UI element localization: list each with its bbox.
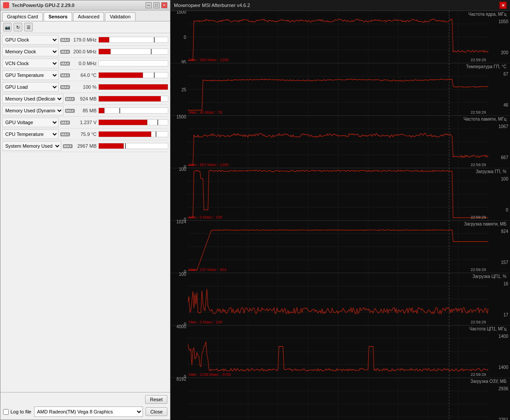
sensor-max-badge: MAX <box>60 38 70 42</box>
menu-icon-btn[interactable]: ☰ <box>24 23 33 31</box>
sensor-bar-fill <box>99 49 111 54</box>
sensor-name-select[interactable]: VCN Clock <box>2 59 59 68</box>
chart-right-labels: 100 0 <box>488 168 510 220</box>
chart-right-labels: 1400 1400 <box>488 326 510 378</box>
chart-r-bot: 1400 <box>499 365 508 370</box>
sensor-bar-container <box>98 84 168 90</box>
chart-r-top: 1400 <box>499 333 508 338</box>
chart-r-top: 1067 <box>499 124 508 128</box>
chart-label-top: Загрузка ЦП1, % <box>472 274 507 279</box>
sensor-name-select[interactable]: GPU Temperature <box>2 70 59 80</box>
chart-label-top: Частота ЦП1, МГц <box>469 326 507 331</box>
chart-section-gpu-load: 100 0 100 0 Загрузка ГП, % 22:59:29 Мин … <box>170 168 510 221</box>
sensor-bar-container <box>98 72 168 78</box>
sensor-name-select[interactable]: GPU Load <box>2 82 59 92</box>
gpuz-window-controls: ─ □ ✕ <box>146 2 167 8</box>
sensor-value-text: 64.0 °C <box>70 73 98 78</box>
reset-button[interactable]: Reset <box>145 395 167 404</box>
chart-section-cpu-load: 100 0 16 17 Загрузка ЦП1, % 22:59:29 Мин… <box>170 273 510 326</box>
chart-right-labels: 16 17 <box>488 273 510 325</box>
sensor-name-select[interactable]: GPU Clock <box>2 35 59 45</box>
sensor-bar-container <box>98 143 168 149</box>
gpuz-title-text: TechPowerUp GPU-Z 2.29.0 <box>12 3 74 8</box>
chart-r-bot: 667 <box>501 155 508 160</box>
chart-svg <box>188 273 488 325</box>
gpuz-tab-bar: Graphics Card Sensors Advanced Validatio… <box>0 10 170 21</box>
sensor-row: Memory Used (Dynamic)MAX85 MB <box>2 105 168 117</box>
afterburner-window: Мониторинг MSI Afterburner v4.6.2 ✕ 1500… <box>170 0 510 420</box>
sensor-row: System Memory UsedMAX2967 MB <box>2 140 168 152</box>
sensor-row: VCN ClockMAX0.0 MHz <box>2 58 168 69</box>
ab-close-button[interactable]: ✕ <box>500 2 507 9</box>
chart-r-bot: 200 <box>501 50 508 55</box>
gpuz-toolbar: 📷 ↻ ☰ <box>0 21 170 33</box>
maximize-button[interactable]: □ <box>153 2 160 8</box>
sensor-row: GPU TemperatureMAX64.0 °C <box>2 69 168 81</box>
sensor-row: GPU LoadMAX100 % <box>2 81 168 93</box>
chart-label-top: Загрузка ОЗУ, МБ <box>471 379 507 384</box>
minimize-button[interactable]: ─ <box>146 2 152 8</box>
gpu-select-dropdown[interactable]: AMD Radeon(TM) Vega 8 Graphics <box>34 406 143 417</box>
tab-graphics-card[interactable]: Graphics Card <box>2 12 43 21</box>
sensor-name-cell: GPU LoadMAX <box>2 82 70 92</box>
tab-sensors[interactable]: Sensors <box>44 12 72 21</box>
chart-time-label: 22:59:29 <box>471 320 486 324</box>
close-btn[interactable]: Close <box>146 407 167 416</box>
ab-titlebar: Мониторинг MSI Afterburner v4.6.2 ✕ <box>170 0 510 11</box>
chart-label-top: Температура ГП, °С <box>466 64 507 69</box>
sensor-name-select[interactable]: System Memory Used <box>2 141 61 151</box>
gpuz-footer: Reset Log to file AMD Radeon(TM) Vega 8 … <box>0 392 170 420</box>
sensor-value-text: 924 MB <box>70 96 98 101</box>
chart-y-labels: 100 0 <box>170 273 188 325</box>
log-to-file-checkbox[interactable] <box>3 409 9 415</box>
chart-r-top: 924 <box>501 229 508 233</box>
sensor-max-badge: MAX <box>60 73 70 77</box>
sensor-bar-fill <box>99 143 124 149</box>
sensor-name-cell: Memory Used (Dedicated)MAX <box>2 94 70 104</box>
sensor-bar-tick <box>151 49 152 54</box>
chart-y-mid: 25 <box>181 87 186 92</box>
sensor-name-select[interactable]: Memory Used (Dedicated) <box>2 94 63 104</box>
chart-section-cpu-freq: 4000 0 1400 1400 Частота ЦП1, МГц 22:59:… <box>170 326 510 378</box>
sensor-bar-container <box>98 49 168 55</box>
sensor-name-cell: CPU TemperatureMAX <box>2 129 70 139</box>
chart-y-top: 100 <box>179 272 186 277</box>
sensor-name-cell: GPU TemperatureMAX <box>2 70 70 80</box>
sensor-bar-tick <box>119 108 120 113</box>
chart-min-max: Мин : 137 Макс : 924 <box>189 267 226 272</box>
sensor-name-select[interactable]: CPU Temperature <box>2 129 59 139</box>
sensor-bar-tick <box>125 143 126 149</box>
chart-r-bot: 17 <box>503 312 508 317</box>
sensor-bar-fill <box>99 108 104 113</box>
footer-reset-row: Reset <box>3 395 167 404</box>
sensor-name-select[interactable]: Memory Used (Dynamic) <box>2 106 63 115</box>
chart-y-labels: 25 <box>170 63 188 115</box>
sensor-bar-container <box>98 37 168 43</box>
sensor-name-cell: Memory Used (Dynamic)MAX <box>2 106 70 115</box>
sensor-value-text: 1.237 V <box>70 120 98 125</box>
tab-validation[interactable]: Validation <box>105 12 135 21</box>
sensor-row: CPU TemperatureMAX75.9 °C <box>2 128 168 140</box>
sensor-name-select[interactable]: Memory Clock <box>2 47 59 56</box>
sensor-bar-fill <box>99 73 143 78</box>
sensor-bar-fill <box>99 37 109 42</box>
sensor-bar-container <box>98 119 168 125</box>
refresh-icon-btn[interactable]: ↻ <box>14 23 22 31</box>
close-button[interactable]: ✕ <box>161 2 167 8</box>
chart-min-max: Мин : 0 Макс : 100 <box>189 320 222 324</box>
sensor-bar-tick <box>157 120 158 125</box>
sensor-row: Memory Used (Dedicated)MAX924 MB <box>2 93 168 105</box>
chart-label-top: Загрузка ГП, % <box>476 169 507 174</box>
tab-advanced[interactable]: Advanced <box>73 12 104 21</box>
ab-title-text: Мониторинг MSI Afterburner v4.6.2 <box>174 3 250 8</box>
sensor-max-badge: MAX <box>60 85 70 89</box>
sensor-value-text: 100 % <box>70 84 98 90</box>
gpuz-titlebar: TechPowerUp GPU-Z 2.29.0 ─ □ ✕ <box>0 0 170 10</box>
sensor-name-cell: Memory ClockMAX <box>2 47 70 56</box>
sensor-row: GPU VoltageMAX1.237 V <box>2 117 168 128</box>
camera-icon-btn[interactable]: 📷 <box>3 23 12 31</box>
chart-r-top: 16 <box>503 281 508 286</box>
sensor-name-select[interactable]: GPU Voltage <box>2 118 59 127</box>
sensor-row: GPU ClockMAX179.0 MHz <box>2 34 168 46</box>
chart-label-top: Частота ядра, МГц <box>468 12 507 17</box>
